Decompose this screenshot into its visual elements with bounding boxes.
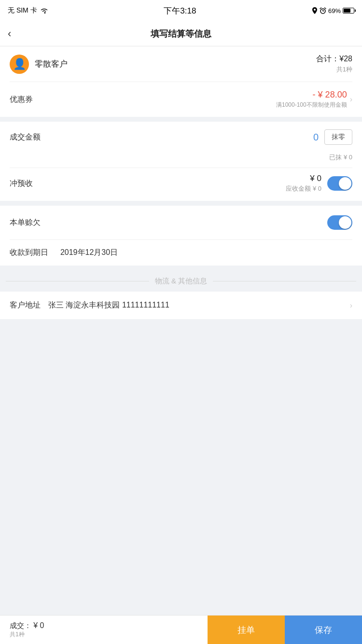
deal-amount[interactable]: 0 <box>304 132 319 143</box>
customer-left: 👤 零散客户 <box>10 55 68 74</box>
address-value: 张三 海淀永丰科技园 11111111111 <box>48 300 350 310</box>
logistics-divider: 物流 & 其他信息 <box>0 270 362 292</box>
prepay-sub-amount: 应收金额 ¥ 0 <box>286 184 321 193</box>
coupon-amount: - ¥ 28.00 <box>276 90 347 100</box>
logistics-line-left <box>6 281 149 281</box>
customer-avatar: 👤 <box>10 55 29 74</box>
main-content: 👤 零散客户 合计：¥28 共1种 优惠券 - ¥ 28.00 满1000-10… <box>0 46 362 358</box>
duedate-label: 收款到期日 <box>10 248 48 256</box>
location-icon <box>312 7 318 14</box>
debt-label: 本单赊欠 <box>10 218 41 228</box>
status-right: 69% <box>312 7 354 14</box>
customer-name: 零散客户 <box>35 58 68 70</box>
debt-section: 本单赊欠 收款到期日 2019年12月30日 <box>0 206 362 266</box>
prepay-row: 冲预收 ¥ 0 应收金额 ¥ 0 <box>0 168 362 201</box>
nav-bar: ‹ 填写结算等信息 <box>0 21 362 46</box>
debt-toggle-knob <box>339 216 351 229</box>
debt-toggle[interactable] <box>327 215 352 230</box>
footer-deal-amount: ¥ 0 <box>33 621 44 630</box>
address-label: 客户地址 <box>10 300 41 310</box>
battery-percent: 69% <box>328 7 341 14</box>
footer-count: 共1种 <box>10 630 198 639</box>
status-time: 下午3:18 <box>164 5 196 16</box>
svg-point-0 <box>314 9 316 11</box>
deal-label: 成交金额 <box>10 132 41 142</box>
coupon-row[interactable]: 优惠券 - ¥ 28.00 满1000-100不限制使用金额 › <box>0 82 362 117</box>
prepay-toggle[interactable] <box>327 176 352 191</box>
toggle-knob <box>339 177 351 190</box>
customer-right: 合计：¥28 共1种 <box>316 54 352 74</box>
status-left: 无 SIM 卡 <box>8 6 48 15</box>
coupon-right-wrap: - ¥ 28.00 满1000-100不限制使用金额 <box>276 90 347 109</box>
hold-button[interactable]: 挂单 <box>208 616 285 644</box>
status-bar: 无 SIM 卡 下午3:18 69% <box>0 0 362 21</box>
duedate-value: 2019年12月30日 <box>60 248 118 256</box>
coupon-chevron-icon: › <box>350 95 352 104</box>
footer: 成交： ¥ 0 共1种 挂单 保存 <box>0 615 362 644</box>
footer-deal-label: 成交： <box>10 621 31 630</box>
alarm-icon <box>320 7 326 14</box>
save-button[interactable]: 保存 <box>285 616 362 644</box>
page-title: 填写结算等信息 <box>151 28 211 40</box>
prepay-main-amount: ¥ 0 <box>286 174 321 183</box>
address-row[interactable]: 客户地址 张三 海淀永丰科技园 11111111111 › <box>0 292 362 319</box>
debt-row: 本单赊欠 <box>0 206 362 239</box>
logistics-label: 物流 & 其他信息 <box>155 277 207 286</box>
prepay-amounts: ¥ 0 应收金额 ¥ 0 <box>286 174 321 193</box>
address-section: 客户地址 张三 海淀永丰科技园 11111111111 › <box>0 292 362 319</box>
back-button[interactable]: ‹ <box>8 28 11 40</box>
no-sim-text: 无 SIM 卡 <box>8 6 37 15</box>
prepay-right: ¥ 0 应收金额 ¥ 0 <box>286 174 352 193</box>
duedate-spacer <box>50 248 58 256</box>
wifi-icon <box>40 8 48 14</box>
customer-row: 👤 零散客户 合计：¥28 共1种 <box>0 46 362 82</box>
avatar-icon: 👤 <box>13 58 26 70</box>
battery-icon <box>343 8 354 14</box>
customer-count: 共1种 <box>316 65 352 74</box>
deal-section: 成交金额 0 抹零 已抹 ¥ 0 冲预收 ¥ 0 应收金额 ¥ 0 <box>0 122 362 201</box>
logistics-line-right <box>213 281 356 281</box>
customer-total: 合计：¥28 <box>316 54 352 64</box>
footer-deal-row: 成交： ¥ 0 <box>10 621 198 630</box>
duedate-row[interactable]: 收款到期日 2019年12月30日 <box>0 240 362 266</box>
coupon-right: - ¥ 28.00 满1000-100不限制使用金额 › <box>276 90 352 109</box>
prepay-label: 冲预收 <box>10 179 33 189</box>
deal-right: 0 抹零 <box>304 129 352 145</box>
customer-card: 👤 零散客户 合计：¥28 共1种 优惠券 - ¥ 28.00 满1000-10… <box>0 46 362 117</box>
bottom-spacer <box>0 324 362 358</box>
footer-info: 成交： ¥ 0 共1种 <box>0 616 208 644</box>
already-zero-text: 已抹 ¥ 0 <box>329 154 352 161</box>
coupon-desc: 满1000-100不限制使用金额 <box>276 101 347 109</box>
round-zero-button[interactable]: 抹零 <box>324 129 352 145</box>
coupon-label: 优惠券 <box>10 95 33 105</box>
deal-row: 成交金额 0 抹零 <box>0 122 362 153</box>
address-chevron-icon: › <box>350 301 352 310</box>
